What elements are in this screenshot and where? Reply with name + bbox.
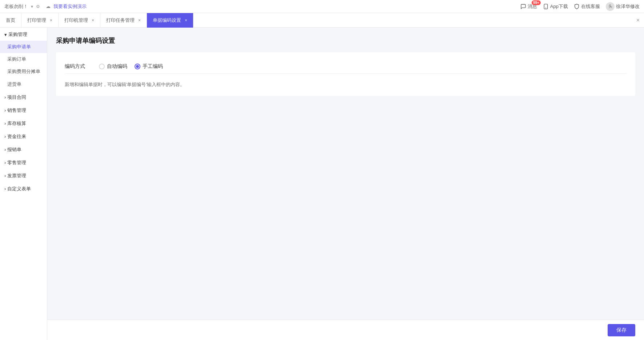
sidebar-group-expense[interactable]: › 报销单 xyxy=(0,143,47,156)
sidebar-item-purchase-incoming[interactable]: 进货单 xyxy=(0,78,47,90)
demo-icon: ☁ xyxy=(46,4,51,9)
tab-printer-management[interactable]: 打印机管理 × xyxy=(59,13,100,28)
sidebar-group-retail[interactable]: › 零售管理 xyxy=(0,156,47,169)
message-badge: 99+ xyxy=(532,0,541,5)
avatar: 头 xyxy=(606,2,615,11)
sidebar-group-sales[interactable]: › 销售管理 xyxy=(0,104,47,117)
user-name: 徐泽华修改 xyxy=(616,3,640,10)
radio-manual[interactable]: 手工编码 xyxy=(135,63,163,70)
sidebar-group-invoice-label: 发票管理 xyxy=(7,173,26,179)
save-button[interactable]: 保存 xyxy=(608,324,635,336)
sidebar-group-inventory-arrow: › xyxy=(4,121,6,126)
sidebar-group-invoice-arrow: › xyxy=(4,173,6,178)
sidebar-group-contract-arrow: › xyxy=(4,94,6,100)
sidebar-group-finance-label: 资金往来 xyxy=(7,133,26,140)
sidebar-group-contract[interactable]: › 项目合同 xyxy=(0,90,47,104)
sidebar-group-retail-label: 零售管理 xyxy=(7,159,26,166)
sidebar-group-sales-label: 销售管理 xyxy=(7,107,26,114)
tab-print-task-label: 打印任务管理 xyxy=(106,17,135,24)
online-service-button[interactable]: 在线客服 xyxy=(574,3,600,10)
sidebar-item-purchase-request[interactable]: 采购申请单 xyxy=(0,41,47,53)
top-bar: 老板勿削！ ▾ ⚙ ☁ 我要看实例演示 消息 99+ App下载 在线客服 头 … xyxy=(0,0,644,13)
sidebar-item-purchase-expense[interactable]: 采购费用分摊单 xyxy=(0,65,47,78)
main-content: 采购申请单编码设置 编码方式 自动编码 手工编码 xyxy=(47,28,644,340)
sidebar: ▾ 采购管理 采购申请单 采购订单 采购费用分摊单 进货单 › 项目合同 › 销… xyxy=(0,28,47,340)
tab-encoding-settings[interactable]: 单据编码设置 × xyxy=(147,13,193,28)
sidebar-group-custom-form-label: 自定义表单 xyxy=(7,186,31,192)
radio-auto-circle xyxy=(99,64,105,69)
radio-auto-label: 自动编码 xyxy=(107,63,127,70)
settings-icon[interactable]: ⚙ xyxy=(36,4,40,9)
page-title: 采购申请单编码设置 xyxy=(56,36,635,45)
hint-text: 新增和编辑单据时，可以编辑'单据编号'输入框中的内容。 xyxy=(65,81,627,89)
sidebar-group-inventory-label: 库存核算 xyxy=(7,120,26,127)
online-service-label: 在线客服 xyxy=(581,3,600,10)
radio-group: 自动编码 手工编码 xyxy=(99,63,163,70)
app-download-button[interactable]: App下载 xyxy=(543,3,568,10)
sidebar-group-custom-form-arrow: › xyxy=(4,186,6,191)
radio-auto[interactable]: 自动编码 xyxy=(99,63,127,70)
sidebar-group-finance[interactable]: › 资金往来 xyxy=(0,130,47,143)
layout: ▾ 采购管理 采购申请单 采购订单 采购费用分摊单 进货单 › 项目合同 › 销… xyxy=(0,28,644,340)
demo-text[interactable]: 我要看实例演示 xyxy=(53,3,87,10)
footer-bar: 保存 xyxy=(47,320,644,340)
user-menu-button[interactable]: 头 徐泽华修改 xyxy=(606,2,640,11)
tab-encoding-settings-label: 单据编码设置 xyxy=(153,17,181,24)
sidebar-group-expense-arrow: › xyxy=(4,147,6,152)
top-bar-right: 消息 99+ App下载 在线客服 头 徐泽华修改 xyxy=(520,2,640,11)
top-bar-left: 老板勿削！ ▾ ⚙ ☁ 我要看实例演示 xyxy=(4,3,87,10)
content-area: 采购申请单编码设置 编码方式 自动编码 手工编码 xyxy=(47,28,644,320)
sidebar-group-purchase[interactable]: ▾ 采购管理 xyxy=(0,28,47,41)
encoding-row: 编码方式 自动编码 手工编码 xyxy=(65,60,627,74)
tab-print-management-label: 打印管理 xyxy=(27,17,46,24)
tab-print-management-close[interactable]: × xyxy=(50,18,52,23)
app-download-label: App下载 xyxy=(550,3,568,10)
sidebar-group-purchase-label: 采购管理 xyxy=(8,31,27,38)
tab-home[interactable]: 首页 xyxy=(0,13,21,28)
tab-home-label: 首页 xyxy=(6,17,15,24)
tab-printer-management-close[interactable]: × xyxy=(92,18,94,23)
sidebar-group-invoice[interactable]: › 发票管理 xyxy=(0,169,47,182)
tab-bar-close-icon[interactable]: × xyxy=(636,17,640,24)
sidebar-group-custom-form[interactable]: › 自定义表单 xyxy=(0,182,47,195)
sidebar-group-sales-arrow: › xyxy=(4,108,6,113)
sidebar-group-finance-arrow: › xyxy=(4,134,6,139)
tab-print-task-close[interactable]: × xyxy=(138,18,141,23)
top-bar-title: 老板勿削！ xyxy=(4,3,28,10)
tab-print-management[interactable]: 打印管理 × xyxy=(21,13,59,28)
tab-print-task[interactable]: 打印任务管理 × xyxy=(100,13,147,28)
tab-bar: 首页 打印管理 × 打印机管理 × 打印任务管理 × 单据编码设置 × × xyxy=(0,13,644,28)
sidebar-item-purchase-order[interactable]: 采购订单 xyxy=(0,53,47,65)
sidebar-group-purchase-arrow: ▾ xyxy=(4,32,7,37)
encoding-label: 编码方式 xyxy=(65,63,90,70)
chevron-down-icon[interactable]: ▾ xyxy=(31,4,33,9)
sidebar-group-expense-label: 报销单 xyxy=(7,146,21,153)
message-button[interactable]: 消息 99+ xyxy=(520,3,537,10)
sidebar-group-inventory[interactable]: › 库存核算 xyxy=(0,117,47,130)
tab-encoding-settings-close[interactable]: × xyxy=(185,18,187,23)
encoding-card: 编码方式 自动编码 手工编码 新增和编辑单据时，可以编辑'单据编号'输入框中的内… xyxy=(56,52,635,96)
tab-printer-management-label: 打印机管理 xyxy=(64,17,88,24)
sidebar-group-contract-label: 项目合同 xyxy=(7,94,26,101)
radio-manual-circle xyxy=(135,64,140,69)
sidebar-group-retail-arrow: › xyxy=(4,160,6,165)
radio-manual-label: 手工编码 xyxy=(143,63,163,70)
